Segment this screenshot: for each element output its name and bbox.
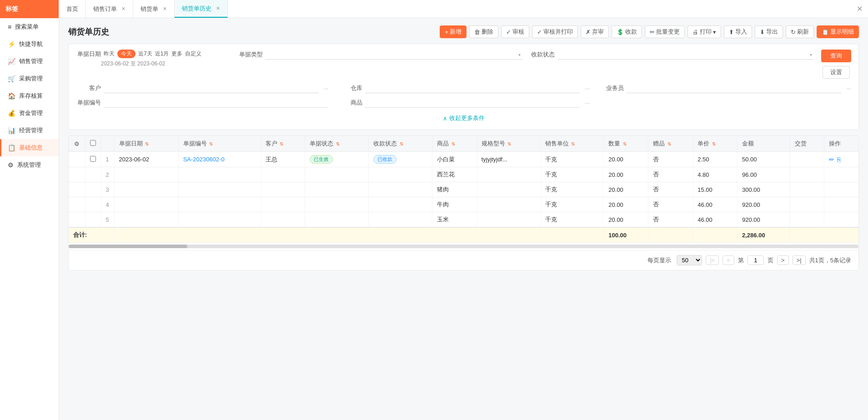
sidebar-item-system[interactable]: ⚙ 系统管理 (0, 156, 59, 174)
last-page-button[interactable]: >| (793, 255, 806, 265)
prev-page-button[interactable]: < (722, 255, 734, 265)
col-sales-unit[interactable]: 销售单位 ⇅ (540, 136, 604, 152)
horizontal-scrollbar[interactable] (69, 245, 858, 248)
audit-button[interactable]: ✓ 审核 (501, 25, 529, 38)
sidebar-item-basic-info[interactable]: 📋 基础信息 (0, 139, 59, 156)
customer-input[interactable] (104, 83, 319, 93)
gear-column-icon[interactable]: ⚙ (74, 140, 80, 147)
query-button[interactable]: 查询 (821, 50, 851, 62)
sidebar-item-quick-nav[interactable]: ⚡ 快捷导航 (0, 35, 59, 53)
goods-input[interactable] (365, 98, 580, 108)
show-details-button[interactable]: 📋 显示明细 (817, 25, 859, 38)
audit-print-button[interactable]: ✓ 审核并打印 (532, 25, 578, 38)
first-page-button[interactable]: |< (706, 255, 719, 265)
row-checkbox-cell (85, 152, 100, 167)
tab-sales-order[interactable]: 销售订单 ✕ (86, 0, 133, 18)
row-payment-status (369, 182, 432, 197)
select-all-checkbox[interactable] (90, 140, 96, 146)
sidebar-item-sales-mgmt[interactable]: 📈 销售管理 (0, 53, 59, 70)
row-sales-unit: 千克 (540, 182, 604, 197)
shortcut-7days[interactable]: 近7天 (138, 50, 152, 58)
col-gift-sort-icon: ⇅ (667, 141, 671, 146)
col-doc-status-sort-icon: ⇅ (336, 141, 340, 146)
collapse-filter-button[interactable]: ∧ 收起更多条件 (76, 112, 851, 124)
receive-button[interactable]: 💲 收款 (612, 25, 642, 38)
summary-total-quantity: 100.00 (604, 227, 648, 243)
warehouse-label: 仓库 (337, 84, 362, 92)
sidebar-item-operation[interactable]: 📊 经营管理 (0, 122, 59, 139)
row-customer: 王总 (261, 152, 305, 167)
batch-change-button[interactable]: ✏ 批量变更 (645, 25, 685, 38)
tab-bar-close-all[interactable]: ✕ (851, 5, 868, 13)
row-copy-icon[interactable]: ⎘ (837, 156, 841, 163)
close-tab-sales-goods[interactable]: ✕ (163, 6, 167, 12)
row-checkbox-cell (85, 167, 100, 182)
row-action (824, 182, 858, 197)
shortcut-more[interactable]: 更多 (171, 50, 182, 58)
filter-panel: 单据日期 昨天 今天 近7天 近1月 更多 自定义 2023-06-02 至 2… (68, 44, 859, 130)
col-gear[interactable]: ⚙ (69, 136, 85, 152)
col-gift[interactable]: 赠品 ⇅ (648, 136, 693, 152)
doc-num-input[interactable] (104, 98, 328, 108)
warehouse-dots-icon[interactable]: ··· (585, 85, 590, 92)
col-quantity[interactable]: 数量 ⇅ (604, 136, 648, 152)
doc-type-select[interactable] (266, 50, 522, 60)
sidebar-item-purchase-mgmt[interactable]: 🛒 采购管理 (0, 70, 59, 87)
import-button[interactable]: ⬆ 导入 (724, 25, 752, 38)
payment-status-select[interactable] (557, 50, 814, 60)
sidebar-item-inventory[interactable]: 🏠 库存核算 (0, 87, 59, 105)
col-customer[interactable]: 客户 ⇅ (261, 136, 305, 152)
col-doc-date[interactable]: 单据日期 ⇅ (114, 136, 178, 152)
per-page-select[interactable]: 50 100 200 (677, 255, 702, 265)
refresh-button[interactable]: ↻ 刷新 (786, 25, 814, 38)
shortcut-yesterday[interactable]: 昨天 (104, 50, 115, 58)
shortcut-custom[interactable]: 自定义 (185, 50, 201, 58)
filter-settings-button[interactable]: 设置 (823, 66, 850, 79)
row-doc-num: SA-20230602-0 (178, 152, 261, 167)
col-payment-status[interactable]: 收款状态 ⇅ (369, 136, 432, 152)
date-range-display: 2023-06-02 至 2023-06-02 (101, 60, 165, 67)
export-button[interactable]: ⬇ 导出 (755, 25, 783, 38)
tab-bar: 首页 销售订单 ✕ 销货单 ✕ 销货单历史 ✕ ✕ (59, 0, 868, 18)
goods-dots-icon[interactable]: ··· (585, 100, 590, 106)
warehouse-input[interactable] (365, 83, 580, 93)
shortcut-today[interactable]: 今天 (117, 50, 135, 58)
print-button[interactable]: 🖨 打印 ▾ (687, 25, 721, 38)
col-spec[interactable]: 规格型号 ⇅ (477, 136, 540, 152)
abandon-button[interactable]: ✗ 弃审 (581, 25, 609, 38)
sidebar: 标签 ≡ 搜索菜单 ⚡ 快捷导航 📈 销售管理 🛒 采购管理 🏠 库存核算 💰 … (0, 0, 59, 420)
doc-status-badge: 已生效 (310, 155, 333, 164)
row-spec (477, 212, 540, 228)
row-checkbox[interactable] (90, 156, 96, 162)
staff-input[interactable] (627, 83, 842, 93)
col-doc-num[interactable]: 单据编号 ⇅ (178, 136, 261, 152)
shortcut-1month[interactable]: 近1月 (155, 50, 169, 58)
staff-dots-icon[interactable]: ··· (846, 85, 851, 92)
col-payment-status-sort-icon: ⇅ (400, 141, 403, 146)
close-tab-sales-order[interactable]: ✕ (121, 6, 125, 12)
col-goods[interactable]: 商品 ⇅ (432, 136, 477, 152)
row-edit-icon[interactable]: ✏ (829, 156, 834, 163)
col-sales-unit-label: 销售单位 (545, 140, 569, 147)
row-customer (261, 212, 305, 228)
tab-sales-history[interactable]: 销货单历史 ✕ (175, 0, 228, 18)
table-row: 1 2023-06-02 SA-20230602-0 王总 已生效 已收款 小白… (69, 152, 858, 167)
delete-button[interactable]: 🗑 删除 (469, 25, 498, 38)
tab-home[interactable]: 首页 (59, 0, 86, 18)
customer-dots-icon[interactable]: ··· (323, 85, 328, 92)
col-unit-price[interactable]: 单价 ⇅ (693, 136, 738, 152)
sidebar-item-finance[interactable]: 💰 资金管理 (0, 105, 59, 122)
tab-sales-goods[interactable]: 销货单 ✕ (133, 0, 175, 18)
new-button[interactable]: + 新增 (440, 25, 467, 38)
page-number-input[interactable] (748, 255, 764, 265)
col-doc-status[interactable]: 单据状态 ⇅ (305, 136, 369, 152)
sidebar-item-search-menu[interactable]: ≡ 搜索菜单 (0, 18, 59, 35)
show-details-label: 显示明细 (830, 28, 854, 36)
tab-home-label: 首页 (66, 5, 78, 13)
close-tab-sales-history[interactable]: ✕ (216, 5, 220, 11)
next-page-button[interactable]: > (777, 255, 789, 265)
doc-num-link[interactable]: SA-20230602-0 (183, 156, 225, 163)
sidebar-item-label: 快捷导航 (19, 40, 43, 48)
row-num: 4 (100, 197, 114, 212)
col-goods-sort-icon: ⇅ (452, 141, 455, 146)
